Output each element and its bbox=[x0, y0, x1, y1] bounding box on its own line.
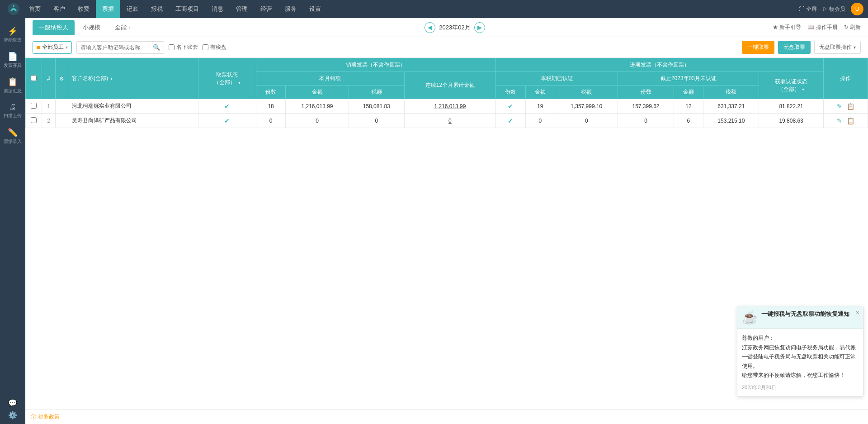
tax-policy-info-icon: ⓘ bbox=[31, 413, 36, 421]
notification-greeting: 尊敬的用户： bbox=[742, 333, 859, 343]
th-uncert-tax: 税额 bbox=[703, 86, 759, 99]
select-all-checkbox[interactable] bbox=[31, 75, 37, 81]
row-checkbox[interactable] bbox=[31, 117, 37, 123]
date-prev-btn[interactable]: ◀ bbox=[425, 22, 435, 33]
row-no: 2 bbox=[42, 114, 56, 128]
smart-fetch-icon: ⚡ bbox=[8, 26, 18, 36]
app-logo bbox=[5, 3, 23, 15]
tab-small-scale[interactable]: 小规模 bbox=[76, 20, 107, 35]
employee-select[interactable]: 全部员工 ▾ bbox=[33, 41, 72, 54]
row-customer-name[interactable]: 河北柯瑞栎实业有限公司 bbox=[68, 99, 198, 114]
row-purch-amount: 0 bbox=[555, 114, 618, 128]
sidebar-settings-icon[interactable]: ⚙️ bbox=[8, 411, 17, 419]
nav-service[interactable]: 服务 bbox=[278, 0, 303, 18]
checkbox-taxdisk-label: 有税盘 bbox=[210, 43, 226, 51]
date-next-btn[interactable]: ▶ bbox=[474, 22, 485, 33]
th-settings-icon: ⚙ bbox=[56, 58, 68, 99]
action-bar: 全部员工 ▾ 🔍 名下账套 有税盘 一键取票 无盘取票 无盘取票操作 ▾ bbox=[25, 37, 868, 58]
nav-right: ⛶ 全屏 ▷ 畅会员 U bbox=[799, 3, 863, 15]
checkbox-subledger-label: 名下账套 bbox=[176, 43, 198, 51]
invoice-open-icon: 📄 bbox=[8, 52, 18, 62]
nav-operation[interactable]: 经营 bbox=[254, 0, 278, 18]
th-certify-status[interactable]: 获取认证状态 （全部） ▾ bbox=[759, 72, 823, 99]
svg-point-1 bbox=[13, 5, 14, 7]
refresh-btn[interactable]: ↻ 刷新 bbox=[844, 24, 861, 31]
fetch-status-filter-icon[interactable]: ▾ bbox=[238, 80, 241, 85]
row-purch-tax: 157,399.62 bbox=[618, 99, 674, 114]
row-edit-icon[interactable]: ✎ bbox=[837, 117, 842, 124]
no-disk-fetch-btn[interactable]: 无盘取票 bbox=[778, 41, 811, 54]
search-input[interactable] bbox=[80, 44, 153, 51]
nav-home[interactable]: 首页 bbox=[23, 0, 47, 18]
checkbox-taxdisk-input[interactable] bbox=[203, 44, 208, 50]
row-purch-copies: 0 bbox=[525, 114, 555, 128]
row-uncert-amount: 153,215.10 bbox=[703, 114, 759, 128]
th-fetch-status[interactable]: 取票状态 （全部） ▾ bbox=[198, 58, 256, 99]
row-checkbox-cell[interactable] bbox=[26, 99, 42, 114]
notification-header: ☕ 一键报税与无盘取票功能恢复通知 × bbox=[737, 306, 863, 329]
notification-apology: 给您带来的不便敬请谅解，祝您工作愉快！ bbox=[742, 371, 859, 380]
notification-content: 江苏政务网已恢复访问电子税务局功能，易代账一键登陆电子税务局与无盘取票相关功能可… bbox=[742, 343, 859, 371]
invoice-entry-icon: ✏️ bbox=[8, 128, 18, 138]
th-customer-name[interactable]: 客户名称(全部) ▾ bbox=[68, 58, 198, 99]
last12-amount-link[interactable]: 0 bbox=[448, 118, 452, 124]
nav-biz[interactable]: 工商项目 bbox=[169, 0, 205, 18]
row-customer-name[interactable]: 灵寿县尚泽矿产品有限公司 bbox=[68, 114, 198, 128]
customer-filter-icon[interactable]: ▾ bbox=[110, 76, 113, 81]
tab-bar: 一般纳税人 小规模 全能 ▾ ◀ 2023年02月 ▶ ★ 新手引导 📖 操作手… bbox=[25, 18, 868, 37]
row-checkbox-cell[interactable] bbox=[26, 114, 42, 128]
checkbox-subledger[interactable]: 名下账套 bbox=[169, 43, 198, 51]
top-nav: 首页 客户 收费 票据 记账 报税 工商项目 消息 管理 经营 服务 设置 ⛶ … bbox=[0, 0, 868, 18]
no-disk-operations-btn[interactable]: 无盘取票操作 ▾ bbox=[814, 41, 861, 54]
checkbox-subledger-input[interactable] bbox=[169, 44, 175, 50]
fullscreen-btn[interactable]: ⛶ 全屏 bbox=[799, 5, 816, 13]
notification-tea-decoration: ☕ bbox=[742, 310, 758, 325]
row-detail-icon[interactable]: 📋 bbox=[847, 103, 854, 110]
row-last12-amount[interactable]: 1,216,013.99 bbox=[404, 99, 495, 114]
nav-bookkeeping[interactable]: 记账 bbox=[120, 0, 145, 18]
sidebar: ⚡ 智能取票 📄 发票开具 📋 票据汇总 🖨 扫描上传 ✏️ 票据录入 💬 ⚙️ bbox=[0, 18, 25, 424]
nav-fee[interactable]: 收费 bbox=[71, 0, 96, 18]
row-last12-amount[interactable]: 0 bbox=[404, 114, 495, 128]
row-edit-icon[interactable]: ✎ bbox=[837, 103, 842, 110]
avatar[interactable]: U bbox=[851, 3, 863, 15]
tab-all-round[interactable]: 全能 ▾ bbox=[108, 20, 137, 35]
notification-panel: ☕ 一键报税与无盘取票功能恢复通知 × 尊敬的用户： 江苏政务网已恢复访问电子税… bbox=[737, 306, 863, 397]
sidebar-label-invoice-open: 发票开具 bbox=[4, 63, 22, 68]
th-last12-months: 连续12个月累计金额 bbox=[404, 72, 495, 99]
nav-message[interactable]: 消息 bbox=[205, 0, 230, 18]
sidebar-chat-icon[interactable]: 💬 bbox=[8, 399, 17, 407]
nav-tax[interactable]: 报税 bbox=[145, 0, 169, 18]
operation-manual-btn[interactable]: 📖 操作手册 bbox=[807, 24, 837, 31]
sidebar-item-smart-fetch[interactable]: ⚡ 智能取票 bbox=[1, 23, 24, 46]
notification-date: 2023年3月20日 bbox=[742, 383, 859, 392]
sidebar-label-invoice-entry: 票据录入 bbox=[4, 139, 22, 144]
last12-amount-link[interactable]: 1,216,013.99 bbox=[434, 103, 466, 110]
nav-customer[interactable]: 客户 bbox=[47, 0, 71, 18]
one-key-fetch-btn[interactable]: 一键取票 bbox=[742, 41, 774, 54]
vip-btn[interactable]: ▷ 畅会员 bbox=[822, 5, 845, 13]
nav-items: 首页 客户 收费 票据 记账 报税 工商项目 消息 管理 经营 服务 设置 bbox=[23, 0, 799, 18]
certify-status-check-icon: ✔ bbox=[508, 117, 513, 124]
row-detail-icon[interactable]: 📋 bbox=[847, 117, 854, 124]
nav-manage[interactable]: 管理 bbox=[230, 0, 254, 18]
no-disk-operations-chevron-icon: ▾ bbox=[854, 45, 856, 50]
notification-title: 一键报税与无盘取票功能恢复通知 bbox=[742, 310, 859, 318]
nav-settings[interactable]: 设置 bbox=[303, 0, 327, 18]
sidebar-label-scan-upload: 扫描上传 bbox=[4, 113, 22, 119]
sidebar-item-scan-upload[interactable]: 🖨 扫描上传 bbox=[1, 99, 24, 122]
row-checkbox[interactable] bbox=[31, 103, 37, 109]
sidebar-item-invoice-entry[interactable]: ✏️ 票据录入 bbox=[1, 124, 24, 148]
new-guide-btn[interactable]: ★ 新手引导 bbox=[773, 24, 801, 31]
sidebar-item-invoice-summary[interactable]: 📋 票据汇总 bbox=[1, 73, 24, 97]
tab-general-taxpayer[interactable]: 一般纳税人 bbox=[33, 20, 75, 35]
notification-close-btn[interactable]: × bbox=[856, 309, 859, 316]
all-round-expand-icon[interactable]: ▾ bbox=[128, 25, 131, 30]
search-input-wrap: 🔍 bbox=[76, 41, 164, 54]
nav-invoice[interactable]: 票据 bbox=[96, 0, 120, 18]
checkbox-taxdisk[interactable]: 有税盘 bbox=[203, 43, 226, 51]
certify-filter-icon[interactable]: ▾ bbox=[802, 87, 804, 92]
sidebar-item-invoice-open[interactable]: 📄 发票开具 bbox=[1, 48, 24, 71]
search-icon[interactable]: 🔍 bbox=[153, 44, 160, 51]
tax-policy-label[interactable]: 税务政策 bbox=[38, 413, 60, 421]
